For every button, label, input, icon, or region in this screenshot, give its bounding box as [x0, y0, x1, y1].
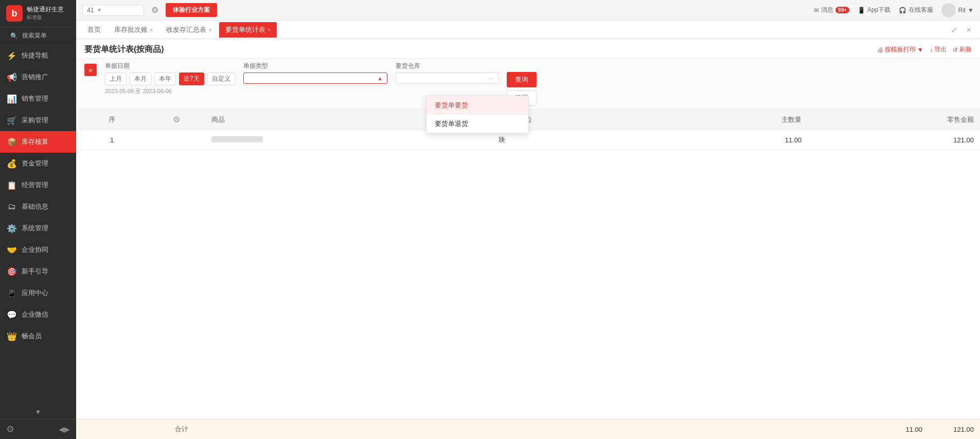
sidebar-scroll-down[interactable]: ▼: [0, 405, 76, 419]
cell-sale-amount: 121.00: [808, 130, 980, 150]
tab-close-all-btn[interactable]: ×: [963, 24, 975, 36]
search-menu[interactable]: 🔍 搜索菜单: [0, 27, 76, 45]
search-icon: 🔍: [10, 32, 18, 40]
col-header-seq: 序: [76, 109, 148, 130]
base-icon: 🗂: [6, 201, 17, 212]
table-container: 序 ⚙ 商品 主计量单位 主数量 零售金额 1: [76, 109, 980, 419]
warehouse-filter-dots-icon: ···: [489, 75, 494, 82]
print-dropdown-icon: ▼: [917, 46, 923, 53]
type-filter-value: [248, 75, 378, 82]
sidebar-item-operation[interactable]: 📋 经营管理: [0, 174, 76, 196]
topbar-left: 41 ▼ ⚙ 体验行业方案: [82, 3, 217, 17]
date-this-month-btn[interactable]: 本月: [130, 72, 151, 85]
warehouse-filter-group: 要货仓库 ···: [396, 62, 498, 84]
sidebar-item-newbie[interactable]: 🎯 新手引导: [0, 261, 76, 282]
topbar-gear-icon[interactable]: ⚙: [149, 3, 161, 17]
messages-btn[interactable]: ✉ 消息 99+: [814, 6, 849, 14]
dropdown-item-order-purchase[interactable]: 要货单要货: [426, 96, 528, 115]
quick-nav-icon: ⚡: [6, 50, 17, 61]
message-icon: ✉: [814, 7, 819, 14]
tab-maximize-btn[interactable]: ⤢: [948, 24, 960, 36]
newbie-icon: 🎯: [6, 266, 17, 277]
filter-row: » 单据日期 上月 本月 本年 近7天 自定义 2023-05-06 至 202…: [76, 58, 980, 109]
sidebar-item-sales[interactable]: 📊 销售管理: [0, 88, 76, 109]
tab-batch-account-close[interactable]: ×: [150, 27, 153, 33]
date-this-year-btn[interactable]: 本年: [154, 72, 176, 85]
sidebar-bottom: ⚙ ◀▶: [0, 419, 76, 439]
type-filter-arrow-icon: ▲: [378, 76, 383, 81]
system-icon: ⚙️: [6, 223, 17, 234]
dropdown-item-order-return[interactable]: 要货单退货: [426, 115, 528, 133]
sidebar-item-vip[interactable]: 👑 畅会员: [0, 325, 76, 347]
cell-empty: [148, 130, 205, 150]
finance-icon: 💰: [6, 158, 17, 169]
trial-btn[interactable]: 体验行业方案: [166, 3, 217, 17]
sidebar-item-base[interactable]: 🗂 基础信息: [0, 196, 76, 217]
tab-batch-account[interactable]: 库存批次账 ×: [108, 22, 159, 38]
sidebar: b 畅捷通好生意 标准版 🔍 搜索菜单 ⚡ 快捷导航 📢 营销推广 📊 销售管理…: [0, 0, 76, 439]
sidebar-logo: b 畅捷通好生意 标准版: [0, 0, 76, 27]
user-name: Rit: [958, 7, 966, 14]
query-btn[interactable]: 查询: [507, 72, 537, 87]
topbar: 41 ▼ ⚙ 体验行业方案 ✉ 消息 99+ 📱 App下载 🎧 在线客服 R: [76, 0, 980, 21]
sidebar-item-quick-nav[interactable]: ⚡ 快捷导航: [0, 45, 76, 66]
selector-arrow-icon: ▼: [97, 7, 102, 13]
date-last7days-btn[interactable]: 近7天: [179, 72, 204, 85]
sidebar-item-wechat[interactable]: 💬 企业微信: [0, 304, 76, 325]
vip-icon: 👑: [6, 331, 17, 342]
settings-icon[interactable]: ⚙: [6, 424, 14, 435]
table-settings-icon[interactable]: ⚙: [173, 115, 180, 124]
tabs-bar: 首页 库存批次账 × 收发存汇总表 × 要货单统计表 × ⤢ ×: [76, 21, 980, 39]
warehouse-filter-select[interactable]: ···: [396, 72, 498, 84]
export-icon: ↓: [930, 46, 933, 53]
app-download-btn[interactable]: 📱 App下载: [858, 6, 890, 14]
collapse-icon[interactable]: ◀▶: [59, 425, 70, 433]
online-service-btn[interactable]: 🎧 在线客服: [899, 6, 933, 14]
print-icon: 🖨: [877, 46, 883, 53]
footer-label: 合计: [175, 425, 188, 434]
sidebar-item-finance[interactable]: 💰 资金管理: [0, 153, 76, 174]
headset-icon: 🎧: [899, 7, 906, 14]
date-prev-month-btn[interactable]: 上月: [105, 72, 127, 85]
print-action[interactable]: 🖨 按模板打印 ▼: [877, 45, 923, 54]
tab-receipt-summary-close[interactable]: ×: [208, 27, 211, 33]
sidebar-item-appstore[interactable]: 📱 应用中心: [0, 282, 76, 304]
scroll-down-icon: ▼: [35, 408, 42, 416]
page-header: 要货单统计表(按商品) 🖨 按模板打印 ▼ ↓ 导出 ↺ 刷新: [76, 39, 980, 58]
tabs-bar-actions: ⤢ ×: [948, 24, 975, 36]
main-area: 41 ▼ ⚙ 体验行业方案 ✉ 消息 99+ 📱 App下载 🎧 在线客服 R: [76, 0, 980, 439]
cell-seq: 1: [76, 130, 148, 150]
sidebar-item-system[interactable]: ⚙️ 系统管理: [0, 217, 76, 239]
tab-home[interactable]: 首页: [81, 22, 107, 38]
marketing-icon: 📢: [6, 71, 17, 83]
date-custom-btn[interactable]: 自定义: [207, 72, 235, 85]
tab-order-summary[interactable]: 要货单统计表 ×: [219, 22, 277, 38]
expand-filter-btn[interactable]: »: [84, 64, 97, 76]
tab-order-summary-close[interactable]: ×: [268, 27, 271, 33]
sidebar-item-enterprise[interactable]: 🤝 企业协同: [0, 239, 76, 261]
messages-badge: 99+: [835, 7, 849, 13]
footer-sale-amount: 121.00: [933, 426, 974, 433]
appstore-icon: 📱: [6, 287, 17, 299]
product-placeholder: [211, 136, 263, 142]
sidebar-item-purchase[interactable]: 🛒 采购管理: [0, 109, 76, 131]
tab-receipt-summary[interactable]: 收发存汇总表 ×: [160, 22, 218, 38]
date-filter-label: 单据日期: [105, 62, 235, 70]
sidebar-item-marketing[interactable]: 📢 营销推广: [0, 66, 76, 88]
user-menu-arrow: ▼: [968, 7, 974, 14]
type-filter-select[interactable]: ▲: [243, 72, 387, 84]
wechat-icon: 💬: [6, 309, 17, 320]
user-menu[interactable]: Rit ▼: [941, 3, 974, 17]
refresh-action[interactable]: ↺ 刷新: [953, 45, 972, 54]
store-selector[interactable]: 41 ▼: [82, 5, 144, 16]
enterprise-icon: 🤝: [6, 244, 17, 255]
sales-icon: 📊: [6, 93, 17, 104]
date-range-text: 2023-05-06 至 2023-06-06: [105, 87, 235, 95]
user-avatar: [941, 3, 956, 17]
sidebar-item-inventory[interactable]: 📦 库存核算: [0, 131, 76, 153]
phone-icon: 📱: [858, 7, 865, 14]
inventory-icon: 📦: [6, 136, 17, 148]
export-action[interactable]: ↓ 导出: [930, 45, 947, 54]
col-header-settings[interactable]: ⚙: [148, 109, 205, 130]
app-name: 畅捷通好生意: [27, 6, 64, 14]
